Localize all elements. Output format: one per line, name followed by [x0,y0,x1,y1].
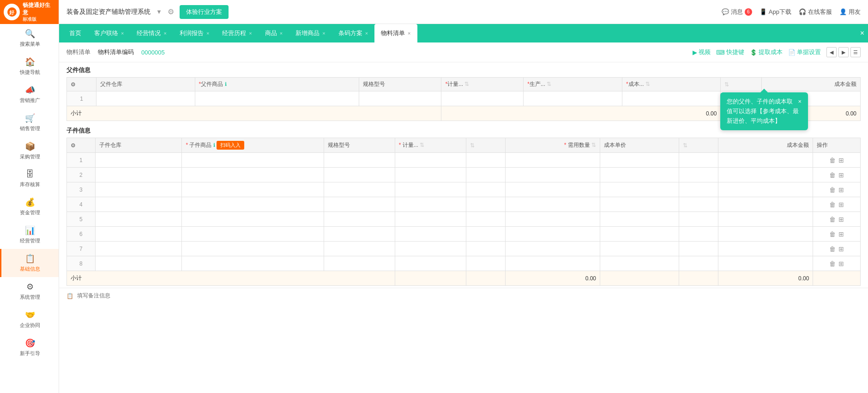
next-page-button[interactable]: ▶ [838,47,849,57]
delete-icon-6[interactable]: 🗑 [829,230,836,238]
cost-action[interactable]: 💲 提取成本 [750,48,783,56]
child-unitcost-8[interactable] [600,256,679,271]
child-unitcost-4[interactable] [600,197,679,212]
bottom-text[interactable]: 填写备注信息 [77,292,110,300]
child-qty-6[interactable] [506,227,600,242]
sidebar-item-marketing[interactable]: 📣 营销推广 [0,80,59,109]
sidebar-item-collab[interactable]: 🤝 企业协同 [0,305,59,333]
sidebar-item-guide[interactable]: 🎯 新手引导 [0,333,59,362]
delete-icon-5[interactable]: 🗑 [829,216,836,223]
parent-product-info-icon[interactable]: ℹ [225,81,227,87]
child-warehouse-2[interactable] [95,168,182,182]
child-unitcost-5[interactable] [600,212,679,227]
dropdown-icon[interactable]: ▼ [156,8,162,15]
tab-profit[interactable]: 利润报告 × [173,24,216,42]
delete-icon-4[interactable]: 🗑 [829,201,836,208]
parent-prod-sort-icon[interactable]: ⇅ [547,81,551,87]
delete-icon-1[interactable]: 🗑 [829,157,836,164]
child-spec-5[interactable] [324,212,395,227]
sidebar-item-inventory[interactable]: 🗄 库存核算 [0,165,59,193]
child-qty-1[interactable] [506,153,600,168]
menu-button[interactable]: ☰ [850,47,861,57]
parent-production-1[interactable] [524,91,622,106]
copy-icon-3[interactable]: ⊞ [838,186,844,193]
sidebar-item-search[interactable]: 🔍 搜索菜单 [0,24,59,52]
copy-icon-4[interactable]: ⊞ [838,201,844,208]
child-warehouse-6[interactable] [95,227,182,242]
child-unitcost-1[interactable] [600,153,679,168]
app-download-button[interactable]: 📱 App下载 [760,8,791,16]
tab-barcode[interactable]: 条码方案 × [332,24,374,42]
child-cost-amount-6[interactable] [718,227,813,242]
settings-action[interactable]: 📄 单据设置 [788,48,821,56]
tab-close-products[interactable]: × [280,30,283,36]
child-unit-sort-icon[interactable]: ⇅ [420,142,424,148]
child-product-3[interactable] [182,182,324,197]
child-unit-8[interactable] [395,256,466,271]
child-product-4[interactable] [182,197,324,212]
child-cost-amount-2[interactable] [718,168,813,182]
tab-close-bom[interactable]: × [408,30,410,36]
sidebar-item-quicknav[interactable]: 🏠 快捷导航 [0,52,59,80]
child-unit-3[interactable] [395,182,466,197]
gear-settings-icon[interactable]: ⚙ [168,7,174,16]
child-cost-amount-1[interactable] [718,153,813,168]
child-spec-6[interactable] [324,227,395,242]
tab-close-barcode[interactable]: × [365,30,368,36]
sidebar-item-system[interactable]: ⚙ 系统管理 [0,277,59,305]
close-all-tabs[interactable]: × [860,29,864,37]
child-product-2[interactable] [182,168,324,182]
child-unit-5[interactable] [395,212,466,227]
tab-close-customers[interactable]: × [121,30,124,36]
delete-icon-2[interactable]: 🗑 [829,171,836,179]
child-qty-2[interactable] [506,168,600,182]
child-warehouse-3[interactable] [95,182,182,197]
child-space-sort-icon[interactable]: ⇅ [470,142,475,149]
child-qty-sort-icon[interactable]: ⇅ [591,142,596,148]
parent-product-1[interactable] [195,91,359,106]
child-spec-8[interactable] [324,256,395,271]
delete-icon-8[interactable]: 🗑 [829,260,836,267]
child-qty-3[interactable] [506,182,600,197]
copy-icon-8[interactable]: ⊞ [838,260,844,267]
shortcut-action[interactable]: ⌨ 快捷键 [716,48,744,56]
child-cost-amount-5[interactable] [718,212,813,227]
tab-close-newproduct[interactable]: × [322,30,325,36]
child-space2-sort-icon[interactable]: ⇅ [683,142,687,149]
child-qty-4[interactable] [506,197,600,212]
tooltip-close-btn[interactable]: × [798,97,802,107]
sidebar-item-finance[interactable]: 💰 资金管理 [0,193,59,221]
sidebar-item-operations[interactable]: 📊 经营管理 [0,221,59,249]
parent-warehouse-1[interactable] [96,91,195,106]
child-warehouse-1[interactable] [95,153,182,168]
sidebar-item-purchase[interactable]: 📦 采购管理 [0,137,59,165]
child-cost-amount-8[interactable] [718,256,813,271]
child-spec-7[interactable] [324,242,395,256]
copy-icon-1[interactable]: ⊞ [838,157,844,164]
child-product-1[interactable] [182,153,324,168]
tab-operations[interactable]: 经营情况 × [130,24,173,42]
child-cost-amount-4[interactable] [718,197,813,212]
copy-icon-2[interactable]: ⊞ [838,171,844,179]
child-unit-2[interactable] [395,168,466,182]
child-unit-7[interactable] [395,242,466,256]
child-unitcost-3[interactable] [600,182,679,197]
parent-unit-sort-icon[interactable]: ⇅ [464,81,469,87]
child-warehouse-8[interactable] [95,256,182,271]
parent-space-sort-icon[interactable]: ⇅ [724,81,729,88]
sidebar-item-sales[interactable]: 🛒 销售管理 [0,109,59,137]
child-unit-4[interactable] [395,197,466,212]
child-warehouse-7[interactable] [95,242,182,256]
child-warehouse-5[interactable] [95,212,182,227]
tab-customers[interactable]: 客户联络 × [88,24,130,42]
child-product-info-icon[interactable]: ℹ [213,142,215,148]
child-product-8[interactable] [182,256,324,271]
delete-icon-3[interactable]: 🗑 [829,186,836,193]
copy-icon-5[interactable]: ⊞ [838,216,844,223]
child-cost-amount-7[interactable] [718,242,813,256]
child-warehouse-4[interactable] [95,197,182,212]
child-product-5[interactable] [182,212,324,227]
tab-close-profit[interactable]: × [206,30,209,36]
messages-button[interactable]: 💬 消息 6 [722,8,752,16]
tab-close-operations[interactable]: × [163,30,166,36]
